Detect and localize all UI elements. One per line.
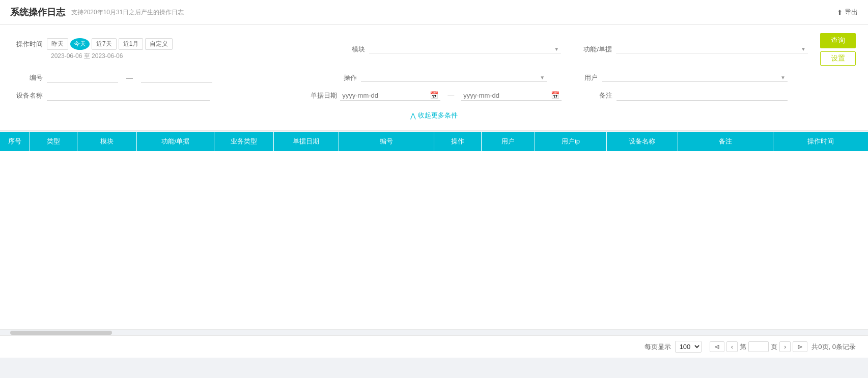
collapse-bar[interactable]: ⋀ 收起更多条件 <box>12 108 856 126</box>
col-function: 功能/单据 <box>137 132 214 151</box>
device-label: 设备名称 <box>12 91 43 100</box>
col-sequence: 序号 <box>0 132 30 151</box>
data-table: 序号 类型 模块 功能/单据 业务类型 单据日期 编号 操作 用户 用户ip 设… <box>0 132 868 151</box>
next-page-button[interactable]: › <box>779 341 791 352</box>
page-number-input[interactable]: 1 <box>748 341 769 352</box>
horizontal-scrollbar[interactable] <box>0 329 868 335</box>
col-user: 用户 <box>482 132 535 151</box>
col-operation: 操作 <box>434 132 481 151</box>
time-btn-yesterday[interactable]: 昨天 <box>47 38 68 50</box>
calendar-end-icon[interactable]: 📅 <box>551 91 559 99</box>
module-filter-group: 模块 ▼ <box>334 45 561 54</box>
date-start-wrapper: 📅 <box>340 90 440 101</box>
filter-row-1: 操作时间 昨天 今天 近7天 近1月 自定义 2023-06-06 至 2023… <box>12 33 856 66</box>
date-end-wrapper: 📅 <box>461 90 562 101</box>
user-filter-group: 用户 ▼ <box>567 73 788 82</box>
scrollbar-thumb[interactable] <box>10 331 112 335</box>
time-buttons: 昨天 今天 近7天 近1月 自定义 <box>47 38 173 50</box>
query-button[interactable]: 查询 <box>820 33 856 48</box>
page-size-label: 每页显示 <box>645 342 671 352</box>
calendar-start-icon[interactable]: 📅 <box>430 91 438 99</box>
settings-button[interactable]: 设置 <box>820 51 856 66</box>
page-subtitle: 支持2020年10月31日之后产生的操作日志 <box>71 8 184 17</box>
operation-label: 操作 <box>326 73 357 82</box>
date-start-input[interactable] <box>342 92 428 99</box>
user-chevron-icon: ▼ <box>780 75 786 80</box>
operation-filter-group: 操作 ▼ <box>326 73 547 82</box>
remark-input[interactable] <box>617 91 788 101</box>
page-label: 第 <box>740 342 746 352</box>
page-title: 系统操作日志 <box>10 6 65 18</box>
title-group: 系统操作日志 支持2020年10月31日之后产生的操作日志 <box>10 6 184 18</box>
filter-row-2: 编号 — 操作 ▼ 用户 ▼ <box>12 73 856 83</box>
page-size-select[interactable]: 100 50 200 <box>675 341 702 353</box>
col-number: 编号 <box>339 132 434 151</box>
number-input-start[interactable] <box>47 73 118 83</box>
col-remark: 备注 <box>678 132 773 151</box>
col-optime: 操作时间 <box>773 132 868 151</box>
pagination: ⊲ ‹ 第 1 页 › ⊳ <box>710 341 808 352</box>
remark-label: 备注 <box>582 91 612 100</box>
col-module: 模块 <box>77 132 137 151</box>
export-button[interactable]: ⬆ 导出 <box>837 8 858 17</box>
filter-section: 操作时间 昨天 今天 近7天 近1月 自定义 2023-06-06 至 2023… <box>0 25 868 131</box>
empty-area <box>0 151 868 329</box>
table-header: 序号 类型 模块 功能/单据 业务类型 单据日期 编号 操作 用户 用户ip 设… <box>0 132 868 151</box>
function-chevron-icon: ▼ <box>801 46 806 52</box>
function-filter-group: 功能/单据 ▼ <box>581 45 808 54</box>
col-type: 类型 <box>30 132 77 151</box>
date-range-text: 2023-06-06 至 2023-06-06 <box>51 52 123 60</box>
operation-chevron-icon: ▼ <box>540 75 545 80</box>
date-end-input[interactable] <box>463 92 549 99</box>
operation-select[interactable]: ▼ <box>361 74 547 82</box>
col-biztype: 业务类型 <box>214 132 273 151</box>
collapse-label: 收起更多条件 <box>418 111 458 120</box>
user-select[interactable]: ▼ <box>602 74 788 82</box>
page-header: 系统操作日志 支持2020年10月31日之后产生的操作日志 ⬆ 导出 <box>0 0 868 25</box>
function-select[interactable]: ▼ <box>616 45 808 53</box>
filter-row-3: 设备名称 单据日期 📅 — 📅 备注 <box>12 90 856 101</box>
number-label: 编号 <box>12 73 43 82</box>
time-btn-today[interactable]: 今天 <box>70 38 90 50</box>
collapse-up-icon: ⋀ <box>410 112 416 120</box>
col-voucherdate: 单据日期 <box>273 132 339 151</box>
page-unit: 页 <box>771 342 777 352</box>
last-page-button[interactable]: ⊳ <box>793 341 807 352</box>
first-page-button[interactable]: ⊲ <box>710 341 724 352</box>
bottom-bar: 每页显示 100 50 200 ⊲ ‹ 第 1 页 › ⊳ 共0页, 0条记录 <box>0 335 868 358</box>
number-filter-group: 编号 — <box>12 73 306 83</box>
time-btn-7days[interactable]: 近7天 <box>92 38 117 50</box>
time-filter-group: 操作时间 昨天 今天 近7天 近1月 自定义 2023-06-06 至 2023… <box>12 38 314 61</box>
function-label: 功能/单据 <box>581 45 612 54</box>
module-chevron-icon: ▼ <box>554 46 559 52</box>
remark-filter-group: 备注 <box>582 91 788 101</box>
voucher-date-label: 单据日期 <box>306 91 337 100</box>
prev-page-button[interactable]: ‹ <box>726 341 738 352</box>
voucher-date-filter-group: 单据日期 📅 — 📅 <box>306 90 562 101</box>
number-input-end[interactable] <box>141 73 212 83</box>
module-label: 模块 <box>334 45 365 54</box>
col-userip: 用户ip <box>535 132 606 151</box>
device-filter-group: 设备名称 <box>12 91 286 101</box>
user-label: 用户 <box>567 73 598 82</box>
device-input[interactable] <box>47 91 210 101</box>
time-btn-1month[interactable]: 近1月 <box>119 38 144 50</box>
export-icon: ⬆ <box>837 9 843 16</box>
total-text: 共0页, 0条记录 <box>811 342 856 352</box>
table-header-row: 序号 类型 模块 功能/单据 业务类型 单据日期 编号 操作 用户 用户ip 设… <box>0 132 868 151</box>
time-btn-custom[interactable]: 自定义 <box>145 38 173 50</box>
table-section: 序号 类型 模块 功能/单据 业务类型 单据日期 编号 操作 用户 用户ip 设… <box>0 132 868 329</box>
action-buttons: 查询 设置 <box>820 33 856 66</box>
col-device: 设备名称 <box>606 132 678 151</box>
time-label: 操作时间 <box>12 40 43 49</box>
module-select[interactable]: ▼ <box>369 45 561 53</box>
